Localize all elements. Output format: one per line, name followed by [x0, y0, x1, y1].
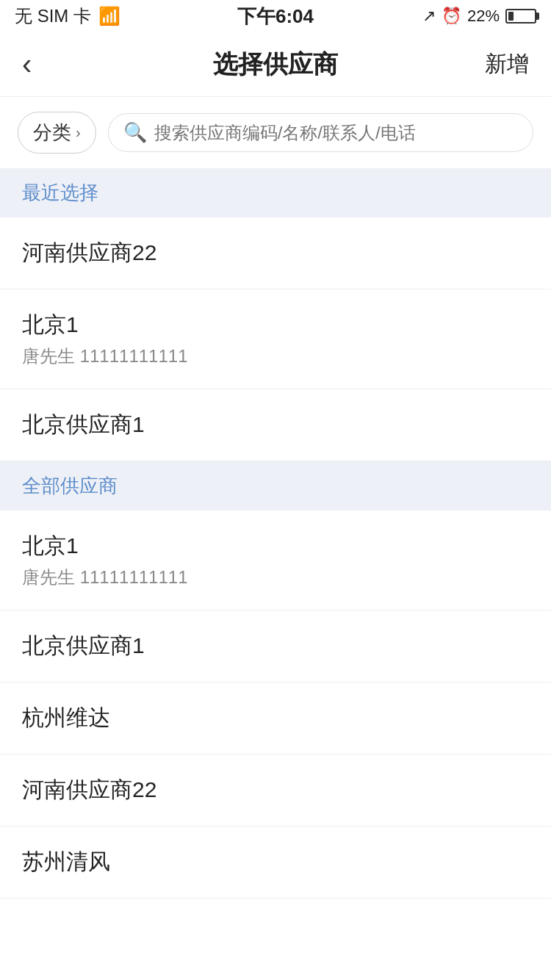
chevron-right-icon: › — [76, 124, 81, 141]
add-button[interactable]: 新增 — [485, 49, 529, 79]
back-button[interactable]: ‹ — [22, 48, 66, 81]
wifi-icon: 📶 — [98, 6, 120, 26]
status-bar-time: 下午6:04 — [237, 4, 314, 29]
item-name: 北京1 — [22, 531, 529, 561]
item-name: 苏州清风 — [22, 847, 529, 877]
battery-fill — [508, 12, 514, 21]
category-button[interactable]: 分类 › — [18, 112, 96, 154]
filter-bar: 分类 › 🔍 — [0, 97, 551, 168]
battery-percent: 22% — [467, 7, 500, 26]
location-icon: ↗ — [422, 7, 436, 26]
status-bar-right: ↗ ⏰ 22% — [422, 7, 536, 26]
item-name: 杭州维达 — [22, 703, 529, 733]
list-item[interactable]: 苏州清风 — [0, 826, 551, 898]
list-item[interactable]: 北京1 唐先生 11111111111 — [0, 511, 551, 610]
recent-list: 河南供应商22 北京1 唐先生 11111111111 北京供应商1 — [0, 217, 551, 461]
status-bar-left: 无 SIM 卡 📶 — [15, 4, 120, 28]
recent-section-header: 最近选择 — [0, 168, 551, 217]
item-name: 北京供应商1 — [22, 631, 529, 661]
list-item[interactable]: 北京供应商1 — [0, 389, 551, 461]
list-item[interactable]: 北京供应商1 — [0, 610, 551, 682]
signal-text: 无 SIM 卡 — [15, 4, 91, 28]
search-icon: 🔍 — [123, 121, 147, 144]
all-list: 北京1 唐先生 11111111111 北京供应商1 杭州维达 河南供应商22 … — [0, 511, 551, 898]
nav-bar: ‹ 选择供应商 新增 — [0, 32, 551, 97]
category-label: 分类 — [33, 120, 71, 145]
alarm-icon: ⏰ — [442, 7, 461, 26]
page-title: 选择供应商 — [213, 48, 338, 82]
list-item[interactable]: 杭州维达 — [0, 682, 551, 754]
item-sub: 唐先生 11111111111 — [22, 566, 529, 589]
search-input[interactable] — [154, 123, 518, 143]
item-name: 北京供应商1 — [22, 410, 529, 440]
all-section-header: 全部供应商 — [0, 461, 551, 511]
battery-icon — [505, 9, 536, 24]
list-item[interactable]: 河南供应商22 — [0, 217, 551, 289]
list-item[interactable]: 河南供应商22 — [0, 754, 551, 826]
status-bar: 无 SIM 卡 📶 下午6:04 ↗ ⏰ 22% — [0, 0, 551, 32]
search-box[interactable]: 🔍 — [108, 113, 533, 152]
list-item[interactable]: 北京1 唐先生 11111111111 — [0, 289, 551, 389]
item-name: 北京1 — [22, 310, 529, 340]
item-sub: 唐先生 11111111111 — [22, 345, 529, 368]
item-name: 河南供应商22 — [22, 775, 529, 805]
item-name: 河南供应商22 — [22, 238, 529, 268]
